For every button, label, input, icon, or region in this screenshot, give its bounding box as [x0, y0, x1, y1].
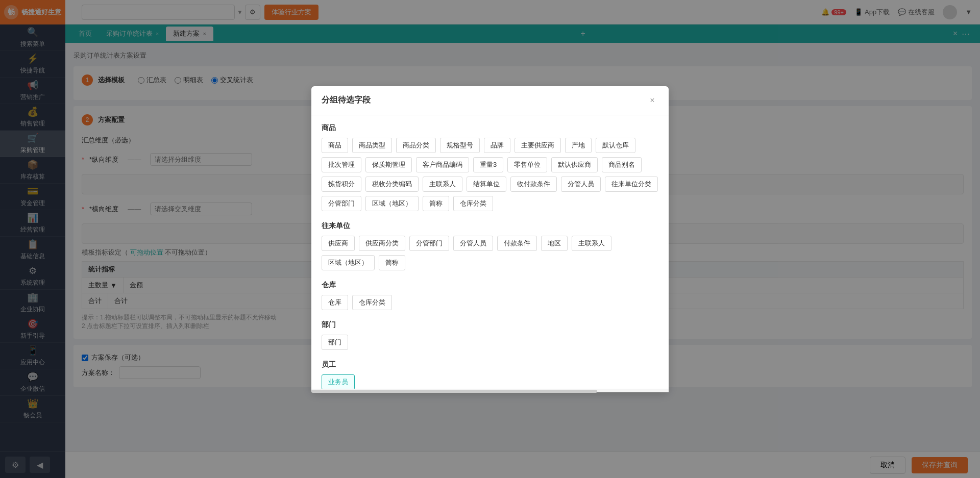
chip-goods-2[interactable]: 商品类型	[352, 138, 392, 153]
chip-goods-16[interactable]: 拣货积分	[322, 177, 361, 192]
field-group-goods-title: 商品	[322, 123, 658, 133]
chip-goods-23[interactable]: 分管部门	[322, 196, 361, 211]
chip-goods-4[interactable]: 规格型号	[440, 138, 480, 153]
field-group-employee-title: 员工	[322, 360, 658, 369]
chip-goods-20[interactable]: 收付款条件	[510, 177, 557, 192]
field-group-partner: 往来单位 供应商 供应商分类 分管部门 分管人员 付款条件 地区 主联系人 区域…	[322, 221, 658, 270]
chip-goods-3[interactable]: 商品分类	[396, 138, 436, 153]
chip-goods-18[interactable]: 主联系人	[423, 177, 462, 192]
chip-employee-1[interactable]: 业务员	[322, 374, 355, 389]
chip-goods-15[interactable]: 商品别名	[602, 157, 642, 172]
field-chips-warehouse: 仓库 仓库分类	[322, 295, 658, 310]
chip-goods-11[interactable]: 客户商品编码	[416, 157, 469, 172]
modal-overlay[interactable]: 分组待选字段 × 商品 商品 商品类型 商品分类 规格型号 品牌 主要供应商 产…	[0, 0, 980, 478]
field-group-warehouse-title: 仓库	[322, 281, 658, 290]
chip-goods-7[interactable]: 产地	[565, 138, 592, 153]
chip-partner-5[interactable]: 付款条件	[497, 236, 537, 251]
chip-goods-19[interactable]: 结算单位	[467, 177, 506, 192]
chip-goods-22[interactable]: 往来单位分类	[605, 177, 658, 192]
chip-warehouse-2[interactable]: 仓库分类	[352, 295, 392, 310]
chip-partner-7[interactable]: 主联系人	[572, 236, 611, 251]
modal-hscroll-thumb	[311, 390, 597, 393]
field-group-partner-title: 往来单位	[322, 221, 658, 231]
chip-goods-14[interactable]: 默认供应商	[551, 157, 598, 172]
chip-goods-9[interactable]: 批次管理	[322, 157, 361, 172]
modal-horizontal-scrollbar[interactable]	[311, 389, 669, 392]
chip-goods-26[interactable]: 仓库分类	[453, 196, 493, 211]
modal-body: 商品 商品 商品类型 商品分类 规格型号 品牌 主要供应商 产地 默认仓库 批次…	[311, 115, 669, 389]
field-chips-department: 部门	[322, 335, 658, 350]
modal-header: 分组待选字段 ×	[311, 86, 669, 115]
chip-goods-25[interactable]: 简称	[423, 196, 449, 211]
chip-goods-12[interactable]: 重量3	[473, 157, 503, 172]
chip-goods-6[interactable]: 主要供应商	[514, 138, 561, 153]
chip-partner-9[interactable]: 简称	[379, 255, 405, 270]
chip-goods-13[interactable]: 零售单位	[507, 157, 547, 172]
chip-partner-3[interactable]: 分管部门	[409, 236, 449, 251]
chip-goods-17[interactable]: 税收分类编码	[365, 177, 419, 192]
field-chips-goods: 商品 商品类型 商品分类 规格型号 品牌 主要供应商 产地 默认仓库 批次管理 …	[322, 138, 658, 211]
field-chips-partner: 供应商 供应商分类 分管部门 分管人员 付款条件 地区 主联系人 区域（地区） …	[322, 236, 658, 270]
modal-close-button[interactable]: ×	[646, 94, 658, 107]
field-group-goods: 商品 商品 商品类型 商品分类 规格型号 品牌 主要供应商 产地 默认仓库 批次…	[322, 123, 658, 211]
chip-goods-10[interactable]: 保质期管理	[365, 157, 412, 172]
chip-partner-6[interactable]: 地区	[541, 236, 568, 251]
chip-goods-5[interactable]: 品牌	[484, 138, 510, 153]
field-group-department-title: 部门	[322, 320, 658, 330]
chip-goods-21[interactable]: 分管人员	[561, 177, 601, 192]
field-chips-employee: 业务员	[322, 374, 658, 389]
chip-partner-2[interactable]: 供应商分类	[359, 236, 405, 251]
chip-warehouse-1[interactable]: 仓库	[322, 295, 348, 310]
chip-partner-8[interactable]: 区域（地区）	[322, 255, 375, 270]
chip-goods-8[interactable]: 默认仓库	[596, 138, 635, 153]
field-group-department: 部门 部门	[322, 320, 658, 350]
chip-goods-24[interactable]: 区域（地区）	[365, 196, 419, 211]
field-group-warehouse: 仓库 仓库 仓库分类	[322, 281, 658, 310]
chip-partner-4[interactable]: 分管人员	[453, 236, 493, 251]
field-group-employee: 员工 业务员	[322, 360, 658, 389]
modal-dialog: 分组待选字段 × 商品 商品 商品类型 商品分类 规格型号 品牌 主要供应商 产…	[311, 86, 669, 392]
chip-department-1[interactable]: 部门	[322, 335, 348, 350]
modal-title: 分组待选字段	[322, 95, 371, 106]
chip-goods-1[interactable]: 商品	[322, 138, 348, 153]
chip-partner-1[interactable]: 供应商	[322, 236, 355, 251]
